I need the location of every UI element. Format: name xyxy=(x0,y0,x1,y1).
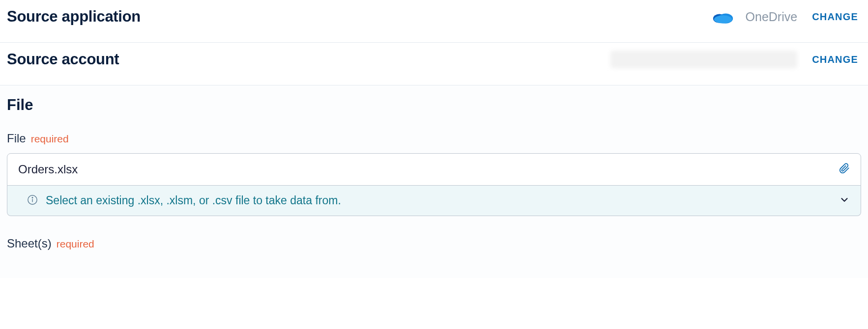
change-source-app-button[interactable]: CHANGE xyxy=(809,7,861,27)
svg-point-5 xyxy=(32,197,32,197)
source-application-name: OneDrive xyxy=(746,10,798,24)
file-field-label-row: File required xyxy=(7,132,861,145)
onedrive-icon xyxy=(712,9,734,24)
attachment-icon[interactable] xyxy=(839,163,850,176)
file-heading: File xyxy=(7,96,861,114)
info-icon xyxy=(27,194,38,207)
file-input-wrapper[interactable] xyxy=(7,153,861,186)
source-application-title: Source application xyxy=(7,8,141,26)
file-hint-text: Select an existing .xlsx, .xlsm, or .csv… xyxy=(46,194,831,207)
change-source-account-button[interactable]: CHANGE xyxy=(809,50,861,69)
file-field-label: File xyxy=(7,132,26,145)
sheets-required-tag: required xyxy=(57,238,94,250)
sheets-field-label: Sheet(s) xyxy=(7,237,52,250)
sheets-field-label-row: Sheet(s) required xyxy=(7,237,861,250)
source-application-row: Source application OneDrive CHANGE xyxy=(7,5,861,28)
source-account-right-group: CHANGE xyxy=(610,50,861,69)
svg-point-2 xyxy=(714,15,732,24)
file-section: File File required Select an existing .x… xyxy=(0,85,868,278)
source-application-right-group: OneDrive CHANGE xyxy=(712,7,861,27)
source-account-section: Source account CHANGE xyxy=(0,43,868,85)
source-account-title: Source account xyxy=(7,51,119,68)
source-application-section: Source application OneDrive CHANGE xyxy=(0,0,868,43)
chevron-down-icon[interactable] xyxy=(839,194,850,207)
source-account-row: Source account CHANGE xyxy=(7,48,861,71)
file-input[interactable] xyxy=(18,163,839,176)
source-account-value-redacted xyxy=(610,51,797,68)
file-required-tag: required xyxy=(31,133,69,145)
file-hint-bar[interactable]: Select an existing .xlsx, .xlsm, or .csv… xyxy=(7,186,861,216)
